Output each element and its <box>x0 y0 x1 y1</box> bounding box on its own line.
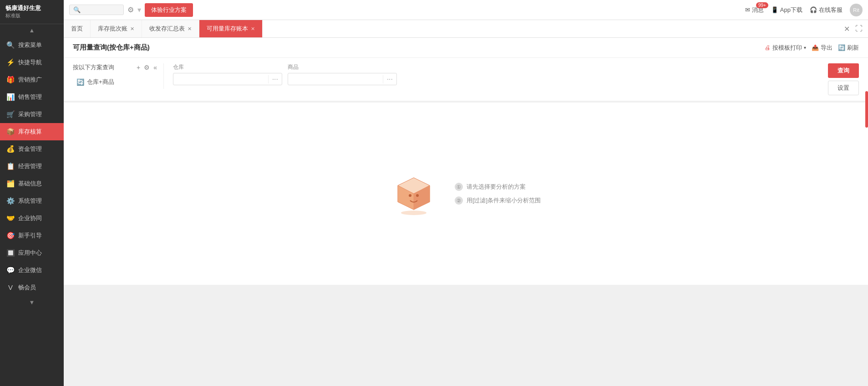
tip-num-2: ② <box>455 196 463 205</box>
empty-state: ① 请先选择要分析的方案 ② 用[过滤]条件来缩小分析范围 <box>64 103 868 285</box>
user-avatar[interactable]: Rit <box>850 4 863 16</box>
sidebar-scroll-up[interactable]: ▲ <box>0 24 64 36</box>
export-button[interactable]: 📤 导出 <box>812 44 832 52</box>
sidebar-label-corp-wechat: 企业微信 <box>18 266 42 274</box>
sidebar-header: 畅康通好生意 标准版 <box>0 0 64 24</box>
refresh-icon: 🔄 <box>838 44 845 51</box>
template-print-button[interactable]: 🖨 按模板打印 ▾ <box>765 44 806 52</box>
expand-tabs-button[interactable]: ⛶ <box>853 24 864 34</box>
filter-right-actions: 查询 设置 <box>822 63 859 95</box>
tab-close-recv-summary[interactable]: ✕ <box>188 26 192 32</box>
empty-tip-1: ① 请先选择要分析的方案 <box>455 183 541 191</box>
sidebar-label-basic-info: 基础信息 <box>18 180 42 188</box>
corp-wechat-icon: 💬 <box>6 266 15 274</box>
filter-scheme-header: 按以下方案查询 + ⚙ « <box>73 63 158 72</box>
search-icon: 🔍 <box>73 6 81 13</box>
sidebar-label-corp-coop: 企业协同 <box>18 214 42 222</box>
sidebar-item-marketing-promo[interactable]: 🎁营销推广 <box>0 71 64 88</box>
goods-label: 商品 <box>288 63 397 71</box>
sidebar-item-new-guide[interactable]: 🎯新手引导 <box>0 227 64 244</box>
sidebar-label-marketing-promo: 营销推广 <box>18 76 42 84</box>
sidebar-item-search[interactable]: 🔍搜索菜单 <box>0 36 64 54</box>
sidebar-item-fund-mgmt[interactable]: 💰资金管理 <box>0 140 64 158</box>
sidebar-scroll-down[interactable]: ▼ <box>0 296 64 309</box>
topbar-search-box[interactable]: 🔍 <box>69 5 124 15</box>
app-download-btn[interactable]: 📱 App下载 <box>771 6 802 14</box>
online-service-btn[interactable]: 🎧 在线客服 <box>810 6 843 14</box>
scheme-icon-warehouse-goods: 🔄 <box>76 78 84 86</box>
new-guide-icon: 🎯 <box>6 232 15 240</box>
filter-inputs: 仓库 ··· 商品 ··· <box>164 63 822 85</box>
refresh-button[interactable]: 🔄 刷新 <box>838 44 859 52</box>
page-header-actions: 🖨 按模板打印 ▾ 📤 导出 🔄 刷新 <box>765 44 859 52</box>
sidebar-label-search: 搜索菜单 <box>18 41 42 49</box>
refresh-label: 刷新 <box>847 44 859 52</box>
sidebar-item-app-center[interactable]: 🔲应用中心 <box>0 244 64 262</box>
close-all-tabs-button[interactable]: ✕ <box>842 24 852 34</box>
message-btn[interactable]: ✉ 消息 99+ <box>745 6 764 14</box>
tab-recv-summary[interactable]: 收发存汇总表✕ <box>142 20 199 37</box>
tab-home[interactable]: 首页 <box>64 20 91 37</box>
goods-input[interactable] <box>288 73 383 85</box>
warehouse-more-icon[interactable]: ··· <box>268 75 282 83</box>
sidebar-item-sys-mgmt[interactable]: ⚙️系统管理 <box>0 192 64 210</box>
goods-more-icon[interactable]: ··· <box>383 75 396 83</box>
filter-scheme-panel: 按以下方案查询 + ⚙ « 🔄仓库+商品 <box>73 63 164 89</box>
add-scheme-button[interactable]: + <box>136 64 141 71</box>
scheme-label-warehouse-goods: 仓库+商品 <box>87 78 114 86</box>
sidebar-label-biz-mgmt: 经营管理 <box>18 162 42 170</box>
page-content: 可用量查询(按仓库+商品) 🖨 按模板打印 ▾ 📤 导出 🔄 刷新 <box>64 38 868 386</box>
sidebar-label-new-guide: 新手引导 <box>18 232 42 240</box>
sidebar-scroll: ▲ 🔍搜索菜单⚡快捷导航🎁营销推广📊销售管理🛒采购管理📦库存核算💰资金管理📋经营… <box>0 24 64 386</box>
settings-button[interactable]: 设置 <box>828 81 859 95</box>
scheme-settings-button[interactable]: ⚙ <box>143 64 151 71</box>
sys-mgmt-icon: ⚙️ <box>6 197 15 205</box>
industry-solution-button[interactable]: 体验行业方案 <box>145 3 193 17</box>
scrollbar-indicator[interactable] <box>865 91 868 128</box>
sidebar-logo-title: 畅康通好生意 <box>5 5 58 12</box>
topbar-gear-icon[interactable]: ⚙ <box>127 5 134 14</box>
basic-info-icon: 🗂️ <box>6 180 15 188</box>
scheme-collapse-button[interactable]: « <box>152 64 158 71</box>
sidebar-item-sales-mgmt[interactable]: 📊销售管理 <box>0 88 64 106</box>
sidebar-item-corp-coop[interactable]: 🤝企业协同 <box>0 210 64 227</box>
sidebar-label-sys-mgmt: 系统管理 <box>18 197 42 205</box>
app-download-label: App下载 <box>780 6 802 14</box>
sidebar-item-shortcut[interactable]: ⚡快捷导航 <box>0 54 64 71</box>
topbar-dropdown-icon[interactable]: ▾ <box>137 5 141 14</box>
tip-text-2: 用[过滤]条件来缩小分析范围 <box>467 196 541 205</box>
user-name: Rit <box>853 7 859 13</box>
warehouse-input-wrapper: ··· <box>173 73 282 85</box>
empty-tip-2: ② 用[过滤]条件来缩小分析范围 <box>455 196 541 205</box>
sidebar-item-vip-member[interactable]: V畅会员 <box>0 279 64 296</box>
tab-inventory-batch[interactable]: 库存批次账✕ <box>91 20 142 37</box>
filter-scheme-label: 按以下方案查询 <box>73 63 114 72</box>
tab-close-inventory-batch[interactable]: ✕ <box>130 26 134 32</box>
tab-available-inventory[interactable]: 可用量库存账本✕ <box>199 20 263 37</box>
sidebar-item-inventory-mgmt[interactable]: 📦库存核算 <box>0 123 64 140</box>
tab-label-home: 首页 <box>71 25 83 33</box>
export-label: 导出 <box>821 44 832 52</box>
tip-text-1: 请先选择要分析的方案 <box>467 183 526 191</box>
purchase-mgmt-icon: 🛒 <box>6 110 15 118</box>
warehouse-label: 仓库 <box>173 63 282 71</box>
app-center-icon: 🔲 <box>6 249 15 257</box>
search-input[interactable] <box>82 7 119 13</box>
tab-close-available-inventory[interactable]: ✕ <box>251 26 255 32</box>
sidebar-label-app-center: 应用中心 <box>18 249 42 257</box>
goods-input-wrapper: ··· <box>288 73 397 85</box>
query-button[interactable]: 查询 <box>828 63 859 78</box>
warehouse-input[interactable] <box>173 73 268 85</box>
export-icon: 📤 <box>812 44 819 51</box>
scheme-item-warehouse-goods[interactable]: 🔄仓库+商品 <box>73 75 158 89</box>
sidebar-item-biz-mgmt[interactable]: 📋经营管理 <box>0 158 64 175</box>
sidebar-item-corp-wechat[interactable]: 💬企业微信 <box>0 262 64 279</box>
sidebar-item-basic-info[interactable]: 🗂️基础信息 <box>0 175 64 192</box>
filter-area: 按以下方案查询 + ⚙ « 🔄仓库+商品 仓库 ··· <box>64 58 868 101</box>
fund-mgmt-icon: 💰 <box>6 145 15 153</box>
corp-coop-icon: 🤝 <box>6 214 15 222</box>
message-icon: ✉ <box>745 6 750 13</box>
sidebar-item-purchase-mgmt[interactable]: 🛒采购管理 <box>0 106 64 123</box>
sidebar-label-shortcut: 快捷导航 <box>18 58 42 67</box>
sidebar: 畅康通好生意 标准版 ▲ 🔍搜索菜单⚡快捷导航🎁营销推广📊销售管理🛒采购管理📦库… <box>0 0 64 386</box>
